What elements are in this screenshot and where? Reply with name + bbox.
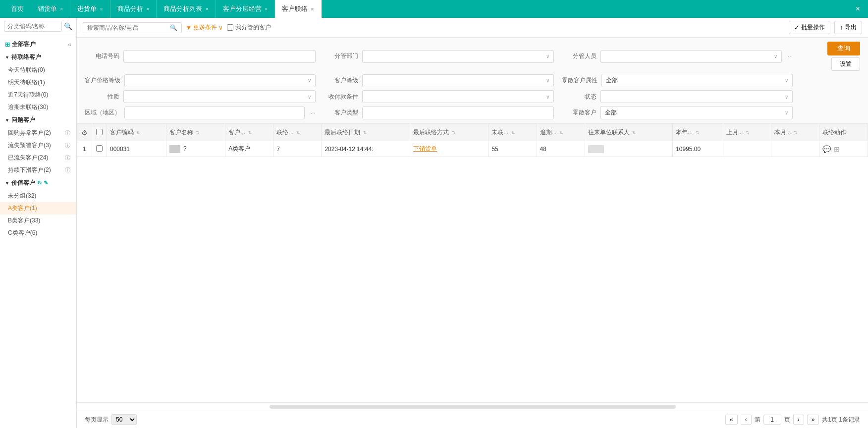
main-layout: 🔍 ⊞ 全部客户 « ▼ 待联络客户 今天待联络(0) 明天 [0, 18, 868, 428]
page-number-input[interactable] [763, 415, 781, 425]
sidebar-group-pending[interactable]: ▼ 待联络客户 [0, 51, 76, 64]
sidebar-problem-items: 回购异常客户(2) ⓘ 流失预警客户(3) ⓘ 已流失客户(24) ⓘ 持续下滑… [0, 127, 76, 176]
last-page-button[interactable]: » [807, 415, 819, 425]
sidebar-item-churn-warning[interactable]: 流失预警客户(3) ⓘ [0, 139, 76, 152]
sidebar-item-class-b[interactable]: B类客户(33) [0, 214, 76, 227]
sort-icon[interactable]: ⇅ [511, 130, 515, 135]
sidebar-group-problem[interactable]: ▼ 问题客户 [0, 113, 76, 127]
filter-status-select[interactable]: ∨ [600, 90, 793, 103]
bulk-ops-button[interactable]: ✓ 批量操作 [789, 21, 830, 34]
grid-icon[interactable]: ⊞ [834, 145, 840, 153]
sort-icon[interactable]: ⇅ [559, 130, 563, 135]
settings-button[interactable]: 设置 [831, 57, 860, 71]
sidebar-collapse-icon[interactable]: « [68, 41, 71, 48]
sort-icon[interactable]: ⇅ [136, 130, 140, 135]
refresh-icon[interactable]: ↻ [37, 180, 42, 186]
select-all-checkbox[interactable] [96, 129, 103, 135]
sidebar-item-declining[interactable]: 持续下滑客户(2) ⓘ [0, 164, 76, 176]
horizontal-scrollbar-area [77, 402, 868, 411]
close-icon[interactable]: × [265, 6, 268, 12]
nav-tab-home[interactable]: 首页 [4, 0, 31, 18]
sidebar-search-icon[interactable]: 🔍 [64, 22, 72, 30]
filter-nature-label: 性质 [85, 93, 119, 101]
gear-icon[interactable]: ⚙ [81, 129, 88, 137]
sidebar-item-7days[interactable]: 近7天待联络(0) [0, 89, 76, 101]
filter-search-input[interactable] [87, 24, 170, 31]
filter-price-select[interactable]: ∨ [124, 74, 316, 87]
export-button[interactable]: ↑ 导出 [834, 21, 862, 34]
filter-phone-input[interactable] [123, 50, 316, 63]
col-checkbox[interactable] [92, 124, 107, 141]
dots-icon[interactable]: ··· [788, 53, 793, 60]
nav-tab-sales[interactable]: 销货单 × [31, 0, 70, 18]
chat-icon[interactable]: 💬 [822, 145, 831, 153]
filter-payment-label: 收付款条件 [324, 93, 358, 101]
close-icon[interactable]: × [100, 6, 103, 12]
nav-tab-product-list[interactable]: 商品分析列表 × [157, 0, 216, 18]
sort-icon[interactable]: ⇅ [632, 130, 636, 135]
row-last-month [723, 141, 771, 157]
nav-tab-product-analysis[interactable]: 商品分析 × [110, 0, 157, 18]
grid-icon: ⊞ [5, 41, 10, 48]
horizontal-scrollbar[interactable] [270, 405, 676, 409]
sidebar-search-input[interactable] [4, 21, 62, 32]
next-page-button[interactable]: › [793, 415, 804, 425]
sidebar-group-value[interactable]: ▼ 价值客户 ↻ ✎ [0, 176, 76, 190]
close-icon[interactable]: × [146, 6, 149, 12]
close-all-tabs-icon[interactable]: × [852, 4, 864, 13]
filter-type-select[interactable] [362, 107, 554, 119]
sort-icon[interactable]: ⇅ [696, 130, 700, 135]
filter-scatter-cust-select[interactable]: 全部 ∨ [600, 106, 793, 119]
sidebar-all-customers[interactable]: ⊞ 全部客户 « [0, 38, 76, 51]
sidebar-item-overdue[interactable]: 逾期未联络(30) [0, 101, 76, 113]
edit-icon[interactable]: ✎ [44, 180, 48, 186]
close-icon[interactable]: × [205, 6, 208, 12]
table-header-row: ⚙ 客户编码 ⇅ 客户名称 ⇅ [77, 124, 868, 141]
sort-icon[interactable]: ⇅ [452, 130, 456, 135]
close-icon[interactable]: × [311, 6, 314, 12]
sidebar-item-churned[interactable]: 已流失客户(24) ⓘ [0, 152, 76, 164]
filter-region-label: 区域（地区） [85, 108, 120, 117]
sort-icon[interactable]: ⇅ [363, 130, 367, 135]
prev-page-button[interactable]: ‹ [741, 415, 752, 425]
query-button[interactable]: 查询 [827, 42, 860, 55]
sidebar-item-class-a[interactable]: A类客户(1) [0, 202, 76, 214]
sort-icon[interactable]: ⇅ [296, 130, 300, 135]
sort-icon[interactable]: ⇅ [248, 130, 252, 135]
col-header-contact-person: 往来单位联系人 ⇅ [585, 124, 673, 141]
more-filters-btn[interactable]: ▼ 更多条件 ∨ [186, 23, 223, 32]
filter-customer-level: 客户等级 ∨ [324, 74, 562, 87]
sort-icon[interactable]: ⇅ [196, 130, 200, 135]
page-size-selector: 每页显示 50 100 200 [85, 414, 137, 425]
row-checkbox[interactable] [96, 145, 103, 152]
per-page-select[interactable]: 50 100 200 [111, 414, 137, 425]
triangle-icon: ▼ [5, 55, 9, 60]
sort-icon[interactable]: ⇅ [746, 130, 750, 135]
filter-dept-select[interactable]: ∨ [362, 50, 554, 63]
chevron-down-icon: ∨ [308, 94, 311, 100]
filter-region-select[interactable] [124, 107, 305, 119]
close-icon[interactable]: × [60, 6, 63, 12]
sidebar-item-class-c[interactable]: C类客户(6) [0, 227, 76, 239]
filter-status-label: 状态 [562, 93, 597, 101]
my-customers-checkbox[interactable]: 我分管的客户 [227, 23, 271, 32]
sidebar-item-unclassified[interactable]: 未分组(32) [0, 190, 76, 202]
sidebar-item-today[interactable]: 今天待联络(0) [0, 64, 76, 76]
export-icon: ↑ [840, 24, 843, 31]
filter-manager-select[interactable]: ∨ [600, 50, 782, 63]
filter-nature-select[interactable]: ∨ [123, 90, 316, 103]
row-checkbox-cell[interactable] [92, 141, 107, 157]
first-page-button[interactable]: « [725, 415, 738, 425]
dots-icon[interactable]: ··· [311, 109, 316, 116]
filter-payment-select[interactable]: ∨ [362, 90, 554, 103]
sidebar-item-tomorrow[interactable]: 明天待联络(1) [0, 76, 76, 89]
filter-level-select[interactable]: ∨ [362, 74, 554, 87]
my-customers-check[interactable] [227, 24, 233, 31]
sidebar-item-abnormal[interactable]: 回购异常客户(2) ⓘ [0, 127, 76, 139]
nav-tab-customer-contact[interactable]: 客户联络 × [275, 0, 321, 18]
nav-tab-customer-segment[interactable]: 客户分层经营 × [216, 0, 275, 18]
sort-icon[interactable]: ⇅ [794, 130, 798, 135]
filter-scatter-select[interactable]: 全部 ∨ [601, 74, 793, 87]
col-settings[interactable]: ⚙ [77, 124, 92, 141]
nav-tab-purchase[interactable]: 进货单 × [70, 0, 110, 18]
